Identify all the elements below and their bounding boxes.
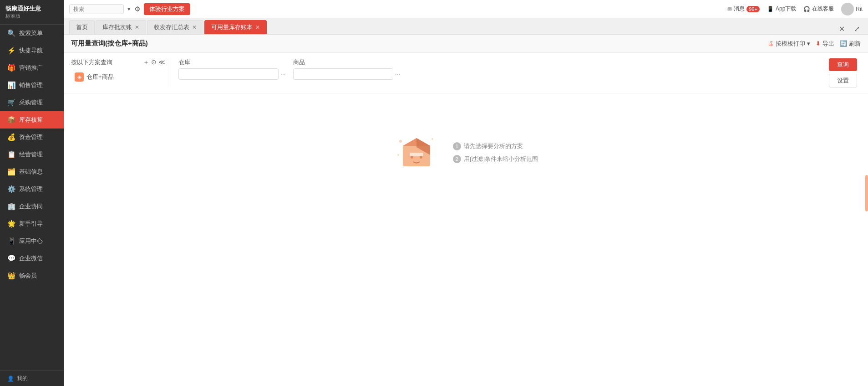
filter-product-label: 商品 — [293, 58, 401, 67]
tab-batch-close[interactable]: ✕ — [135, 24, 139, 31]
sales-icon: 📊 — [7, 81, 15, 89]
refresh-label: 刷新 — [849, 40, 861, 48]
tab-batch[interactable]: 库存批次账 ✕ — [96, 20, 146, 34]
wechat-icon: 💬 — [7, 254, 15, 262]
scheme-option-label: 仓库+商品 — [86, 73, 114, 81]
tip-num-2: 2 — [453, 155, 461, 163]
tab-available-label: 可用量库存账本 — [211, 23, 253, 31]
member-icon: 👑 — [7, 272, 15, 280]
add-scheme-icon[interactable]: ＋ — [143, 58, 149, 67]
operations-icon: 📋 — [7, 150, 15, 159]
tab-available[interactable]: 可用量库存账本 ✕ — [204, 20, 267, 34]
svg-point-4 — [411, 156, 413, 159]
sidebar-label-newbie: 新手引导 — [19, 220, 43, 228]
sidebar-bottom: 👤 我的 — [0, 371, 64, 386]
shortcut-icon: ⚡ — [7, 46, 15, 55]
sidebar-item-newbie[interactable]: 🌟新手引导 — [0, 215, 64, 232]
filter-warehouse-more[interactable]: ··· — [280, 71, 286, 78]
sidebar-item-inventory[interactable]: 📦库存核算 — [0, 111, 64, 129]
system-icon: ⚙️ — [7, 185, 15, 193]
sidebar-item-purchase[interactable]: 🛒采购管理 — [0, 94, 64, 111]
app-version: 标准版 — [5, 13, 58, 20]
svg-point-8 — [397, 154, 399, 156]
tab-home[interactable]: 首页 — [69, 20, 95, 34]
page-title: 可用量查询(按仓库+商品) — [71, 39, 148, 48]
tab-close-btn[interactable]: ✕ — [836, 24, 848, 34]
sidebar-bottom-label: 我的 — [17, 375, 28, 382]
page-header-right: 🖨 按模板打印 ▾ ⬇ 导出 🔄 刷新 — [768, 40, 861, 48]
basic-icon: 🗂️ — [7, 168, 15, 176]
template-print-label: 按模板打印 — [776, 40, 805, 48]
tabs-bar: 首页 库存批次账 ✕ 收发存汇总表 ✕ 可用量库存账本 ✕ ✕ ⤢ — [64, 18, 868, 35]
user-profile[interactable]: Rit — [841, 3, 863, 15]
sidebar-item-search[interactable]: 🔍搜索菜单 — [0, 25, 64, 42]
sidebar-label-purchase: 采购管理 — [19, 98, 43, 107]
sidebar-item-appcenter[interactable]: 📱应用中心 — [0, 232, 64, 250]
empty-tip-1: 1 请先选择要分析的方案 — [453, 142, 538, 150]
sidebar-item-sales[interactable]: 📊销售管理 — [0, 77, 64, 94]
print-dropdown-icon[interactable]: ▾ — [807, 40, 810, 47]
filter-product-input[interactable] — [293, 68, 393, 80]
app-download-btn[interactable]: 📱 App下载 — [767, 5, 796, 13]
sidebar-item-wechat[interactable]: 💬企业微信 — [0, 250, 64, 267]
messages-btn[interactable]: ✉ 消息 99+ — [727, 5, 760, 13]
sidebar-label-appcenter: 应用中心 — [19, 237, 43, 245]
topbar-gear-icon[interactable]: ⚙ — [134, 5, 140, 13]
export-label: 导出 — [822, 40, 834, 48]
trial-btn[interactable]: 体验行业方案 — [144, 3, 190, 15]
tab-summary[interactable]: 收发存汇总表 ✕ — [147, 20, 203, 34]
filter-warehouse-input[interactable] — [178, 68, 279, 80]
finance-icon: 💰 — [7, 133, 15, 141]
enterprise-icon: 🏢 — [7, 202, 15, 211]
sidebar-item-system[interactable]: ⚙️系统管理 — [0, 180, 64, 198]
sidebar-label-shortcut: 快捷导航 — [19, 46, 43, 55]
tab-summary-close[interactable]: ✕ — [192, 24, 197, 31]
filter-inputs-area: 仓库 ··· 商品 ··· 查询 设置 — [171, 58, 861, 87]
messages-label: 消息 — [734, 5, 745, 13]
tab-summary-label: 收发存汇总表 — [154, 23, 189, 31]
template-print-btn[interactable]: 🖨 按模板打印 ▾ — [768, 40, 810, 48]
filter-warehouse-group: 仓库 ··· — [178, 58, 286, 80]
sidebar-label-marketing: 营销推广 — [19, 64, 43, 72]
scheme-option-warehouse-product[interactable]: ◈ 仓库+商品 — [71, 70, 165, 84]
collapse-icon[interactable]: ≪ — [158, 58, 165, 67]
topbar-dropdown-icon[interactable]: ▾ — [127, 5, 131, 12]
query-btn[interactable]: 查询 — [829, 58, 857, 71]
filter-scheme-header: 按以下方案查询 ＋ ⊙ ≪ — [71, 58, 165, 67]
sidebar-label-finance: 资金管理 — [19, 133, 43, 141]
sidebar-item-member[interactable]: 👑畅会员 — [0, 267, 64, 284]
tab-expand-btn[interactable]: ⤢ — [851, 24, 863, 34]
export-btn[interactable]: ⬇ 导出 — [816, 40, 834, 48]
sidebar-label-basic: 基础信息 — [19, 168, 43, 176]
sidebar-item-marketing[interactable]: 🎁营销推广 — [0, 59, 64, 77]
empty-tips: 1 请先选择要分析的方案 2 用[过滤]条件来缩小分析范围 — [453, 142, 538, 163]
customer-service-btn[interactable]: 🎧 在线客服 — [803, 5, 834, 13]
settings-scheme-icon[interactable]: ⊙ — [151, 58, 157, 67]
filter-warehouse-label: 仓库 — [178, 58, 286, 67]
empty-state-content: 1 请先选择要分析的方案 2 用[过滤]条件来缩小分析范围 — [394, 130, 538, 175]
tab-available-close[interactable]: ✕ — [255, 24, 260, 31]
sidebar-item-basic[interactable]: 🗂️基础信息 — [0, 163, 64, 180]
refresh-btn[interactable]: 🔄 刷新 — [840, 40, 861, 48]
sidebar-item-operations[interactable]: 📋经营管理 — [0, 146, 64, 163]
sidebar-label-system: 系统管理 — [19, 185, 43, 193]
sidebar: 畅康通好生意 标准版 🔍搜索菜单⚡快捷导航🎁营销推广📊销售管理🛒采购管理📦库存核… — [0, 0, 64, 386]
filter-area: 按以下方案查询 ＋ ⊙ ≪ ◈ 仓库+商品 仓库 — [64, 53, 868, 93]
filter-scheme-panel: 按以下方案查询 ＋ ⊙ ≪ ◈ 仓库+商品 — [71, 58, 171, 87]
topbar-search-input[interactable] — [69, 4, 124, 14]
sidebar-item-finance[interactable]: 💰资金管理 — [0, 129, 64, 146]
sidebar-label-enterprise: 企业协同 — [19, 202, 43, 211]
tab-home-label: 首页 — [76, 23, 88, 31]
sidebar-item-enterprise[interactable]: 🏢企业协同 — [0, 198, 64, 215]
main-area: ▾ ⚙ 体验行业方案 ✉ 消息 99+ 📱 App下载 🎧 在线客服 Rit — [64, 0, 868, 386]
sidebar-label-member: 畅会员 — [19, 272, 37, 280]
filter-product-more[interactable]: ··· — [395, 71, 401, 78]
empty-tip-2: 2 用[过滤]条件来缩小分析范围 — [453, 155, 538, 163]
mobile-icon: 📱 — [767, 6, 774, 12]
settings-btn[interactable]: 设置 — [829, 74, 857, 87]
app-name: 畅康通好生意 — [5, 5, 58, 13]
print-icon: 🖨 — [768, 40, 774, 47]
sidebar-item-shortcut[interactable]: ⚡快捷导航 — [0, 42, 64, 59]
user-icon: 👤 — [7, 376, 14, 382]
scrollbar-handle[interactable] — [865, 175, 868, 211]
